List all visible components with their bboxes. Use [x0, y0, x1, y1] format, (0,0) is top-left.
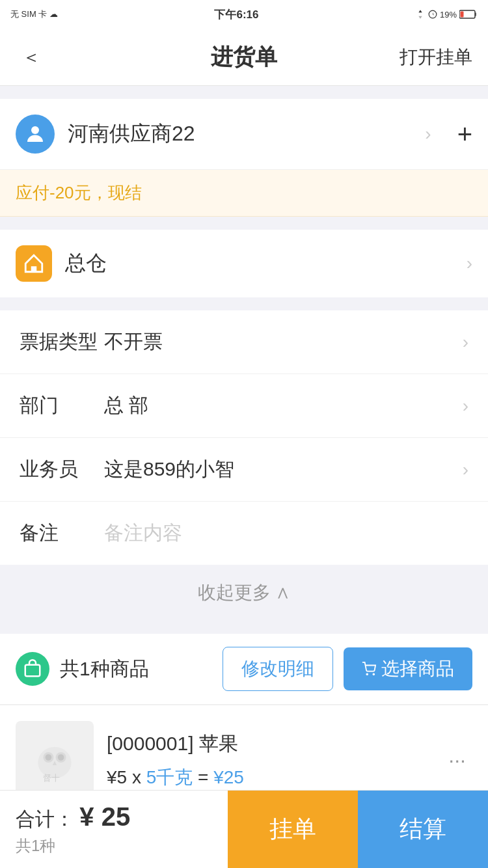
house-icon: [23, 252, 45, 275]
dept-label: 部门: [20, 392, 104, 419]
status-time: 下午6:16: [214, 7, 258, 22]
warehouse-section: 总仓 ›: [0, 230, 488, 297]
svg-text:督十: 督十: [43, 773, 60, 783]
cart-icon: [362, 662, 376, 676]
product-info: [0000001] 苹果 ¥5 x 5千克 = ¥25: [107, 731, 442, 790]
supplier-avatar: [16, 115, 55, 154]
edit-detail-button[interactable]: 修改明细: [223, 647, 333, 691]
status-bar: 无 SIM 卡 ☁ 下午6:16 19%: [0, 0, 488, 29]
dept-row[interactable]: 部门 总 部 ›: [0, 374, 488, 438]
notice-text: 应付-20元，现结: [16, 183, 142, 202]
product-count-icon: [16, 652, 49, 686]
footer-count: 共1种: [16, 835, 212, 856]
product-more-button[interactable]: ···: [442, 742, 472, 779]
invoice-chevron-icon: ›: [463, 332, 468, 353]
salesperson-value: 这是859的小智: [104, 456, 463, 483]
footer: 合计： ¥ 25 共1种 挂单 结算: [0, 790, 488, 868]
svg-point-3: [31, 126, 39, 134]
remark-row[interactable]: 备注 备注内容: [0, 502, 488, 565]
salesperson-row[interactable]: 业务员 这是859的小智 ›: [0, 438, 488, 502]
section-gap-3: [0, 297, 488, 310]
page-title: 进货单: [211, 42, 277, 72]
supplier-row[interactable]: 河南供应商22 › +: [0, 99, 488, 170]
remark-label: 备注: [20, 520, 104, 547]
warehouse-name: 总仓: [65, 249, 467, 278]
status-network: 无 SIM 卡 ☁: [10, 8, 58, 20]
checkout-button[interactable]: 结算: [358, 791, 488, 869]
svg-point-7: [373, 673, 374, 675]
hold-button[interactable]: 挂单: [228, 791, 358, 869]
supplier-section: 河南供应商22 › + 应付-20元，现结: [0, 99, 488, 217]
status-battery: 19%: [415, 9, 478, 20]
product-thumbnail: 督十: [16, 721, 94, 799]
nav-bar: ＜ 进货单 打开挂单: [0, 29, 488, 86]
section-gap-4: [0, 621, 488, 634]
section-gap-2: [0, 217, 488, 230]
supplier-chevron-icon: ›: [425, 124, 431, 144]
svg-point-11: [46, 754, 52, 761]
product-section: 共1种商品 修改明细 选择商品 督十 [000: [0, 634, 488, 815]
salesperson-label: 业务员: [20, 456, 104, 483]
alarm-icon: [428, 10, 437, 19]
dept-value: 总 部: [104, 392, 463, 419]
footer-total: 合计： ¥ 25 共1种: [0, 802, 228, 856]
warehouse-row[interactable]: 总仓 ›: [0, 230, 488, 297]
dept-chevron-icon: ›: [463, 396, 468, 416]
select-product-button[interactable]: 选择商品: [344, 647, 472, 690]
open-hold-button[interactable]: 打开挂单: [400, 45, 472, 70]
form-section: 票据类型 不开票 › 部门 总 部 › 业务员 这是859的小智 › 备注 备注…: [0, 310, 488, 565]
product-count-text: 共1种商品: [60, 656, 223, 683]
invoice-label: 票据类型: [20, 329, 104, 355]
collapse-row[interactable]: 收起更多 ∧: [0, 565, 488, 621]
invoice-row[interactable]: 票据类型 不开票 ›: [0, 310, 488, 374]
section-gap-1: [0, 86, 488, 99]
svg-rect-5: [25, 665, 40, 677]
product-price: ¥5 x 5千克 = ¥25: [107, 765, 442, 790]
svg-point-12: [58, 754, 64, 761]
notice-bar: 应付-20元，现结: [0, 170, 488, 217]
shopping-bag-icon: [23, 659, 42, 679]
collapse-label: 收起更多 ∧: [198, 580, 291, 605]
back-button[interactable]: ＜: [16, 38, 47, 76]
person-icon: [23, 122, 47, 146]
product-name: [0000001] 苹果: [107, 731, 442, 757]
location-icon: [415, 9, 426, 20]
svg-point-6: [366, 673, 368, 675]
supplier-name: 河南供应商22: [68, 120, 425, 148]
footer-total-main: 合计： ¥ 25: [16, 802, 212, 833]
warehouse-icon: [16, 245, 52, 282]
owl-logo: 督十: [29, 734, 81, 786]
product-header: 共1种商品 修改明细 选择商品: [0, 634, 488, 705]
battery-icon: [459, 10, 478, 19]
remark-placeholder: 备注内容: [104, 520, 468, 547]
salesperson-chevron-icon: ›: [463, 459, 468, 480]
warehouse-chevron-icon: ›: [467, 253, 472, 274]
add-supplier-button[interactable]: +: [457, 120, 472, 149]
svg-rect-2: [460, 12, 463, 18]
invoice-value: 不开票: [104, 329, 463, 355]
svg-rect-4: [31, 266, 37, 272]
